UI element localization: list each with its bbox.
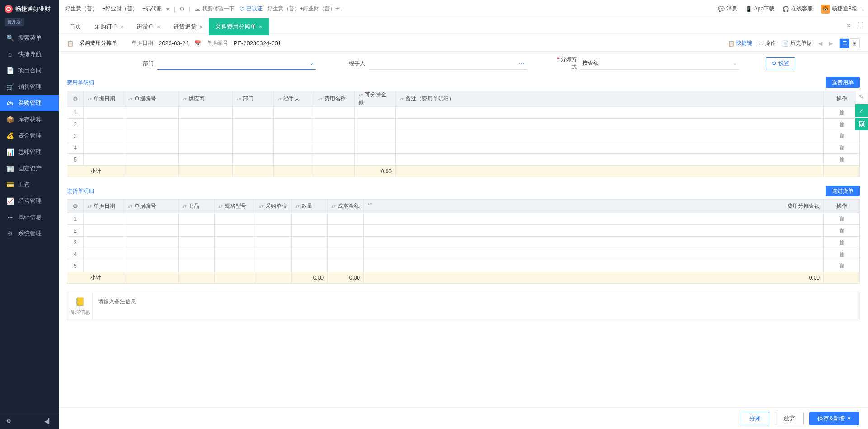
- col-no[interactable]: 单据编号: [134, 95, 156, 102]
- sidebar-item-5[interactable]: 📦库存核算: [0, 111, 59, 128]
- table-row[interactable]: 5🗑: [67, 154, 860, 166]
- image-icon[interactable]: 🖼: [855, 118, 868, 130]
- crumb-2[interactable]: +好业财（普）: [102, 5, 138, 13]
- gcol-unit[interactable]: 采购单位: [265, 203, 287, 209]
- col-supplier[interactable]: 供应商: [189, 95, 205, 102]
- gcol-date[interactable]: 单据日期: [94, 203, 115, 209]
- service-button[interactable]: 🎧 在线客服: [783, 5, 813, 13]
- sidebar-item-4[interactable]: 🛍采购管理: [0, 95, 59, 111]
- gcol-spec[interactable]: 规格型号: [225, 203, 246, 209]
- settings-button[interactable]: ⚙ 设置: [766, 57, 795, 69]
- table-row[interactable]: 1🗑: [67, 213, 860, 225]
- table-row[interactable]: 3🗑: [67, 130, 860, 142]
- next-icon[interactable]: ▶: [829, 40, 833, 47]
- calendar-icon[interactable]: 📅: [194, 40, 201, 47]
- close-all-icon[interactable]: ×: [847, 22, 851, 30]
- delete-icon[interactable]: 🗑: [839, 239, 844, 246]
- sidebar-item-6[interactable]: 💰资金管理: [0, 128, 59, 144]
- delete-icon[interactable]: 🗑: [839, 133, 844, 139]
- table-row[interactable]: 1🗑: [67, 107, 860, 119]
- tab-close-icon[interactable]: ×: [121, 24, 123, 29]
- delete-icon[interactable]: 🗑: [839, 227, 844, 234]
- prev-icon[interactable]: ◀: [818, 40, 822, 47]
- expand-icon[interactable]: ⤢: [855, 104, 868, 117]
- discard-button[interactable]: 放弃: [775, 412, 804, 425]
- operations-button[interactable]: ⚏ 操作: [759, 39, 776, 47]
- col-handler[interactable]: 经手人: [283, 95, 300, 102]
- remark-input[interactable]: [93, 292, 859, 316]
- table-gear-icon[interactable]: ⚙: [73, 203, 78, 210]
- tab-1[interactable]: 采购订单×: [88, 18, 130, 35]
- crumb-1[interactable]: 好生意（普）: [65, 5, 98, 13]
- delete-icon[interactable]: 🗑: [839, 156, 844, 163]
- edit-icon[interactable]: ✎: [855, 91, 868, 103]
- sidebar-item-10[interactable]: 📈经营管理: [0, 193, 59, 209]
- expense-subtotal-value: 0.00: [355, 166, 396, 177]
- method-select[interactable]: 按金额⌄: [580, 57, 739, 70]
- delete-icon[interactable]: 🗑: [839, 121, 844, 128]
- tab-close-icon[interactable]: ×: [157, 24, 160, 29]
- app-download-button[interactable]: 📱 App下载: [745, 5, 774, 13]
- gcol-qty[interactable]: 数量: [302, 203, 312, 209]
- col-feename[interactable]: 费用名称: [324, 95, 346, 102]
- table-row[interactable]: 2🗑: [67, 225, 860, 237]
- col-dept[interactable]: 部门: [243, 95, 254, 102]
- tab-0[interactable]: 首页: [63, 18, 88, 35]
- delete-icon[interactable]: 🗑: [839, 251, 844, 257]
- delete-icon[interactable]: 🗑: [839, 262, 844, 269]
- sidebar-item-1[interactable]: ⌂快捷导航: [0, 46, 59, 62]
- tab-2[interactable]: 进货单×: [130, 18, 166, 35]
- sidebar-item-12[interactable]: ⚙系统管理: [0, 225, 59, 242]
- sidebar-item-2[interactable]: 📄项目合同: [0, 62, 59, 79]
- col-remark[interactable]: 备注（费用单明细）: [406, 95, 454, 102]
- view-card-icon[interactable]: ⊞: [849, 39, 859, 48]
- fullscreen-icon[interactable]: ⛶: [857, 22, 863, 29]
- dept-select[interactable]: ⌄: [157, 57, 316, 70]
- message-button[interactable]: 💬 消息: [718, 5, 737, 13]
- table-row[interactable]: 4🗑: [67, 248, 860, 260]
- delete-icon[interactable]: 🗑: [839, 109, 844, 116]
- gear-icon[interactable]: ⚙: [179, 6, 184, 12]
- history-button[interactable]: 📄 历史单据: [782, 39, 812, 47]
- gcol-no[interactable]: 单据编号: [134, 203, 156, 209]
- handler-select[interactable]: ⋯: [369, 57, 527, 70]
- user-menu[interactable]: 🐯 畅捷通B组...: [821, 5, 862, 14]
- sidebar-item-0[interactable]: 🔍搜索菜单: [0, 30, 59, 46]
- sidebar-item-8[interactable]: 🏢固定资产: [0, 160, 59, 176]
- table-row[interactable]: 2🗑: [67, 119, 860, 130]
- pick-expense-button[interactable]: 选费用单: [826, 77, 860, 88]
- tab-3[interactable]: 进货退货×: [167, 18, 209, 35]
- col-date[interactable]: 单据日期: [94, 95, 115, 102]
- sidebar-item-9[interactable]: 💳工资: [0, 176, 59, 193]
- table-gear-icon[interactable]: ⚙: [73, 95, 78, 102]
- gcol-prod[interactable]: 商品: [189, 203, 199, 209]
- sidebar-item-11[interactable]: ☷基础信息: [0, 209, 59, 225]
- crumb-3[interactable]: +易代账: [142, 5, 162, 13]
- collapse-icon[interactable]: ◀▎: [44, 418, 52, 424]
- chevron-down-icon[interactable]: ▾: [166, 6, 169, 12]
- pick-goods-button[interactable]: 选进货单: [826, 186, 860, 196]
- table-row[interactable]: 3🗑: [67, 237, 860, 248]
- view-list-icon[interactable]: ☰: [840, 39, 849, 48]
- save-button[interactable]: 保存&新增 ▾: [809, 412, 859, 425]
- tab-close-icon[interactable]: ×: [199, 24, 202, 29]
- gcol-cost[interactable]: 成本金额: [338, 203, 359, 209]
- shortcut-button[interactable]: 📋 快捷键: [728, 39, 752, 47]
- delete-icon[interactable]: 🗑: [839, 144, 844, 151]
- delete-icon[interactable]: 🗑: [839, 215, 844, 222]
- crumb-more[interactable]: 好生意（普）+好业财（普）+…: [267, 5, 344, 13]
- settings-icon[interactable]: ⚙: [6, 418, 11, 424]
- form-row: 部门 ⌄ 经手人 ⋯ *分摊方式 按金额⌄ ⚙ 设置: [59, 52, 868, 75]
- try-button[interactable]: ☁ 我要体验一下: [195, 5, 235, 13]
- col-op: 操作: [836, 95, 847, 102]
- nav-label: 总账管理: [18, 148, 42, 156]
- sidebar-item-3[interactable]: 🛒销售管理: [0, 79, 59, 95]
- tab-close-icon[interactable]: ×: [259, 24, 262, 29]
- table-row[interactable]: 4🗑: [67, 142, 860, 154]
- table-row[interactable]: 5🗑: [67, 260, 860, 272]
- date-value[interactable]: 2023-03-24: [159, 40, 189, 47]
- sidebar-item-7[interactable]: 📊总账管理: [0, 144, 59, 160]
- tab-4[interactable]: 采购费用分摊单×: [209, 18, 269, 35]
- gcol-fee[interactable]: 费用分摊金额: [787, 203, 820, 209]
- allot-button[interactable]: 分摊: [741, 412, 769, 425]
